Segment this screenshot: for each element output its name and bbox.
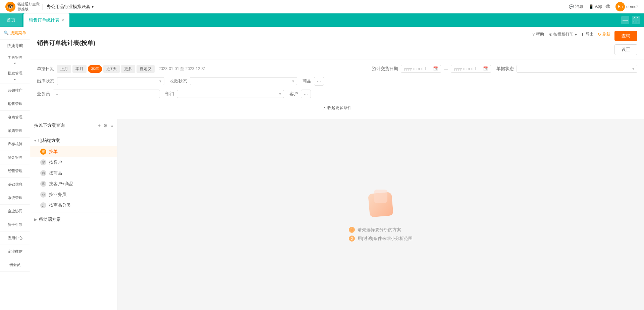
payment-status-select[interactable]: ▾ (190, 77, 297, 85)
sidebar-item-quick-nav[interactable]: 快捷导航 (0, 40, 30, 52)
messages-button[interactable]: 💬 消息 (569, 4, 583, 9)
expected-date-start-input[interactable]: yyyy-mm-dd 📅 (401, 65, 441, 73)
scheme-settings-button[interactable]: ⚙ (103, 123, 108, 128)
date-btn-last-month[interactable]: 上月 (57, 65, 71, 73)
chevron-down-icon: ▾ (279, 92, 281, 96)
export-button[interactable]: ⬇ 导出 (581, 32, 594, 37)
topbar-left: 🐯 畅捷通好生意 标准版 办公用品行业模拟账套 ▾ (5, 2, 94, 12)
filter-panel: 单据日期 上月 本月 本年 近7天 更多 自定义 2023-01-01 至 20… (30, 59, 644, 119)
scheme-item-by-salesperson[interactable]: 业 按业务员 (30, 189, 117, 200)
filter-department: 部门 ▾ (165, 90, 284, 98)
scheme-section-mobile-header[interactable]: ▶ 移动端方案 (30, 214, 117, 225)
app-download-button[interactable]: 📱 App下载 (589, 4, 610, 9)
sidebar-item-system[interactable]: 系统管理 (0, 191, 30, 205)
sidebar-item-purchase[interactable]: 采购管理 (0, 124, 30, 138)
doc-status-select[interactable]: ▾ (517, 65, 637, 73)
left-panel-area: 按以下方案查询 + ⚙ « ▾ 电脑端方案 (30, 119, 644, 310)
scheme-section-pc-header[interactable]: ▾ 电脑端方案 (30, 135, 117, 146)
refresh-button[interactable]: ↻ 刷新 (598, 32, 610, 37)
goods-select-button[interactable]: ··· (314, 77, 324, 86)
tab-sales-order-stats[interactable]: 销售订单统计表 × (23, 13, 69, 27)
main-layout: 🔍 搜索菜单 快捷导航 零售管理 ▾ 批发管理 ▴ 营销推广 销售管理 电商管理… (0, 27, 644, 310)
scheme-item-by-order[interactable]: 按 按单 (30, 146, 117, 157)
sidebar-item-member[interactable]: 畅会员 (0, 258, 30, 272)
filter-payment-status: 收款状态 ▾ (170, 77, 297, 85)
tab-minimize-button[interactable]: — (621, 16, 629, 24)
scheme-item-by-goods[interactable]: 商 按商品 (30, 168, 117, 178)
print-icon: 🖨 (548, 32, 552, 37)
settings-button[interactable]: 设置 (614, 44, 637, 55)
collapse-bar[interactable]: ∧ 收起更多条件 (37, 102, 637, 113)
sidebar-item-guide[interactable]: 新手引导 (0, 218, 30, 231)
filter-date: 单据日期 上月 本月 本年 近7天 更多 自定义 2023-01-01 至 20… (37, 65, 206, 73)
page-header: 销售订单统计表(按单) ? 帮助 🖨 按模板打印 ▾ ⬇ 导出 (30, 27, 644, 59)
scheme-item-by-goods-category[interactable]: 分 按商品分类 (30, 200, 117, 211)
expected-date-label: 预计交货日期 (372, 66, 398, 72)
scheme-icon-goods-cat: 分 (40, 202, 46, 208)
filter-goods: 商品 ··· (303, 77, 324, 86)
chevron-down-icon: ▾ (92, 4, 94, 9)
sidebar-item-ecommerce[interactable]: 电商管理 (0, 111, 30, 124)
empty-hint-1: 1 请先选择要分析的方案 (349, 227, 412, 233)
date-btn-custom[interactable]: 自定义 (137, 65, 155, 73)
sidebar-item-basic-info[interactable]: 基础信息 (0, 178, 30, 191)
filter-customer: 客户 ··· (289, 90, 311, 98)
sidebar-item-app-center[interactable]: 应用中心 (0, 231, 30, 245)
sidebar-item-retail[interactable]: 零售管理 ▾ (0, 52, 30, 68)
chevron-down-icon: ▾ (575, 32, 577, 37)
expected-date-end-input[interactable]: yyyy-mm-dd 📅 (451, 65, 491, 73)
sidebar-item-sales[interactable]: 销售管理 (0, 97, 30, 111)
doc-status-label: 单据状态 (496, 66, 514, 72)
sidebar-item-finance[interactable]: 资金管理 (0, 151, 30, 164)
sidebar-item-wholesale[interactable]: 批发管理 ▴ (0, 68, 30, 84)
user-menu[interactable]: Ea demo2 (615, 2, 639, 11)
customer-select-button[interactable]: ··· (301, 90, 311, 98)
collapse-panel-button[interactable]: « (110, 123, 113, 128)
scheme-icon-goods: 商 (40, 170, 46, 176)
tab-maximize-button[interactable]: ⛶ (632, 16, 640, 24)
scheme-icon-order: 按 (40, 149, 46, 155)
scheme-item-by-customer-goods[interactable]: 客 按客户+商品 (30, 178, 117, 189)
avatar: Ea (615, 2, 625, 11)
message-icon: 💬 (569, 4, 574, 9)
filter-expected-date: 预计交货日期 yyyy-mm-dd 📅 — yyyy-mm-dd 📅 (372, 65, 491, 73)
sidebar-item-inventory[interactable]: 库存核算 (0, 138, 30, 151)
sidebar: 🔍 搜索菜单 快捷导航 零售管理 ▾ 批发管理 ▴ 营销推广 销售管理 电商管理… (0, 27, 30, 310)
department-select[interactable]: ▾ (177, 90, 284, 98)
sidebar-item-enterprise[interactable]: 企业协同 (0, 205, 30, 218)
sidebar-item-wechat[interactable]: 企业微信 (0, 245, 30, 258)
help-button[interactable]: ? 帮助 (532, 32, 544, 37)
left-panel-actions: + ⚙ « (98, 123, 113, 128)
tab-home[interactable]: 首页 (0, 13, 22, 27)
hint-number-2: 2 (349, 236, 355, 242)
date-btn-7days[interactable]: 近7天 (103, 65, 120, 73)
calendar-icon: 📅 (433, 66, 438, 71)
ship-status-select[interactable]: ▾ (57, 77, 164, 85)
scheme-section-mobile: ▶ 移动端方案 (30, 212, 117, 225)
sidebar-item-marketing[interactable]: 营销推广 (0, 84, 30, 97)
date-btn-this-year[interactable]: 本年 (88, 65, 102, 73)
salesperson-select-button[interactable]: ··· (53, 90, 160, 98)
tab-close-icon[interactable]: × (61, 17, 64, 23)
sidebar-item-operations[interactable]: 经营管理 (0, 164, 30, 178)
search-icon: 🔍 (4, 31, 9, 35)
page-title: 销售订单统计表(按单) (37, 39, 95, 47)
topbar: 🐯 畅捷通好生意 标准版 办公用品行业模拟账套 ▾ 💬 消息 📱 App下载 E… (0, 0, 644, 13)
empty-hints: 1 请先选择要分析的方案 2 用[过滤]条件来缩小分析范围 (349, 227, 412, 242)
scheme-item-by-customer[interactable]: 客 按客户 (30, 157, 117, 168)
sidebar-search[interactable]: 🔍 搜索菜单 (0, 27, 30, 40)
refresh-icon: ↻ (598, 32, 601, 37)
date-btn-this-month[interactable]: 本月 (72, 65, 87, 73)
query-button[interactable]: 查询 (614, 31, 637, 41)
empty-hint-2: 2 用[过滤]条件来缩小分析范围 (349, 236, 412, 242)
salesperson-label: 业务员 (37, 91, 50, 97)
add-scheme-button[interactable]: + (98, 123, 101, 128)
date-quick-buttons: 上月 本月 本年 近7天 更多 自定义 (57, 65, 155, 73)
print-button[interactable]: 🖨 按模板打印 ▾ (548, 32, 577, 37)
date-btn-more[interactable]: 更多 (121, 65, 135, 73)
empty-state: 1 请先选择要分析的方案 2 用[过滤]条件来缩小分析范围 (117, 119, 644, 310)
chevron-down-icon: ▾ (14, 61, 16, 65)
scheme-list: ▾ 电脑端方案 按 按单 客 按客户 (30, 132, 117, 228)
app-selector[interactable]: 办公用品行业模拟账套 ▾ (42, 4, 94, 10)
scheme-section-pc: ▾ 电脑端方案 按 按单 客 按客户 (30, 135, 117, 211)
